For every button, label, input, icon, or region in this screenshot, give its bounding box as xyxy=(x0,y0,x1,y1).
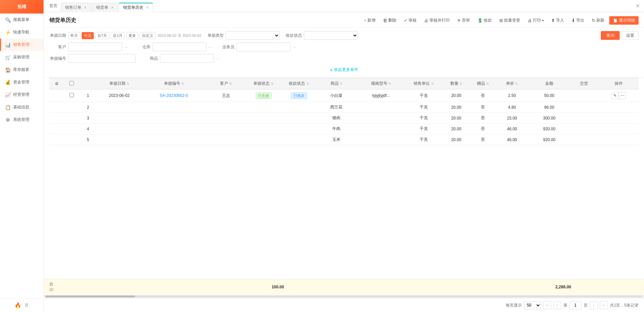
sidebar-item-system-label: 系统管理 xyxy=(13,117,29,123)
audit-print-button[interactable]: 🖨 审核并打印 xyxy=(421,16,452,25)
date-yesterday-btn[interactable]: 昨天 xyxy=(68,32,80,39)
op-edit-btn[interactable]: ✎ xyxy=(611,92,619,99)
sidebar-pause-btn[interactable]: ⏸ xyxy=(24,302,29,309)
audit-button[interactable]: ✓ 审核 xyxy=(401,16,419,25)
page-next-btn[interactable]: ⟩ xyxy=(590,301,598,309)
sidebar-item-finance[interactable]: 💰 资金管理 xyxy=(0,76,44,88)
date-custom-btn[interactable]: 自定义 xyxy=(140,32,156,39)
row-date-cell: 2023-06-02 xyxy=(97,89,141,102)
row-spec-cell xyxy=(356,102,406,113)
unit-sort-icon: ⇅ xyxy=(431,82,434,85)
op-more-btn[interactable]: ⋯ xyxy=(619,92,626,99)
col-spec[interactable]: 规格型号 ⇅ xyxy=(356,78,406,89)
set-button[interactable]: 设置 xyxy=(622,31,639,40)
sn-input[interactable] xyxy=(68,54,136,63)
scrollbar-thumb[interactable] xyxy=(45,295,135,297)
query-button[interactable]: 查询 xyxy=(601,31,620,40)
pay-status-badge: 已收款 xyxy=(291,93,307,99)
date-more-btn[interactable]: 更多 xyxy=(126,32,138,39)
sidebar-item-quick[interactable]: ⚡ 快捷导航 xyxy=(0,26,44,38)
select-all-checkbox[interactable] xyxy=(69,81,74,85)
tab-sales-order-close[interactable]: ✕ xyxy=(84,6,87,9)
finance-icon: 💰 xyxy=(5,80,10,85)
page-size-label: 每页显示 xyxy=(506,303,522,308)
page-first-btn[interactable]: ⟨⟨ xyxy=(543,301,551,309)
horizontal-scrollbar[interactable] xyxy=(44,295,644,298)
row-pay-status-cell xyxy=(281,113,317,124)
show-detail-button[interactable]: 📋 显示明细 xyxy=(609,16,639,25)
sidebar-item-sales[interactable]: 📊 销售管理 xyxy=(0,38,44,51)
refresh-button[interactable]: ↻ 刷新 xyxy=(589,16,607,25)
col-pay-status[interactable]: 收款状态 ⇅ xyxy=(281,78,317,89)
print-button[interactable]: 🖨 打印 ▾ xyxy=(525,16,547,25)
salesperson-input[interactable] xyxy=(236,43,290,51)
tab-bar-close-btn[interactable]: ✕ xyxy=(636,3,640,9)
row-gift-cell: 否 xyxy=(471,134,495,145)
col-num xyxy=(79,78,97,89)
col-date[interactable]: 单据日期 ⇅ xyxy=(97,78,141,89)
sidebar-item-operation[interactable]: 📈 经营管理 xyxy=(0,88,44,101)
row-checkbox[interactable] xyxy=(69,93,74,97)
filter-collapse-btn[interactable]: ∧ 收起更多条件 xyxy=(49,66,639,74)
tab-sales-history-close[interactable]: ✕ xyxy=(146,6,149,9)
sn-link[interactable]: SA-20230602-0 xyxy=(160,93,188,98)
date-1month-btn[interactable]: 近1月 xyxy=(111,32,125,39)
sn-sort-icon: ⇅ xyxy=(181,82,184,85)
goods-ellipsis-btn[interactable]: ··· xyxy=(216,56,220,61)
col-price[interactable]: 单价 ⇅ xyxy=(495,78,529,89)
toolbar: + 新增 🗑 删除 ✓ 审核 🖨 审核并打印 ✕ 弃审 xyxy=(361,16,639,25)
tab-sales-history[interactable]: 销货单历史 ✕ xyxy=(119,3,153,12)
col-sn[interactable]: 单据编号 ⇅ xyxy=(142,78,206,89)
col-qty[interactable]: 数量 ⇅ xyxy=(441,78,471,89)
col-client[interactable]: 客户 ⇅ xyxy=(206,78,246,89)
purchase-icon: 🛒 xyxy=(5,55,10,60)
add-button[interactable]: + 新增 xyxy=(361,16,378,25)
row-pay-status-cell xyxy=(281,102,317,113)
tab-sales-delivery[interactable]: 销货单 ✕ xyxy=(92,3,118,12)
paystatus-select[interactable] xyxy=(304,31,358,40)
delete-icon: 🗑 xyxy=(383,18,387,23)
row-goods-cell: 玉米 xyxy=(317,134,357,145)
goods-label: 商品 xyxy=(141,56,158,61)
page-input[interactable] xyxy=(569,301,582,309)
col-gift[interactable]: 赠品 ⇅ xyxy=(471,78,495,89)
sidebar-fire-btn[interactable]: 🔥 xyxy=(15,302,21,309)
col-unit-label: 销售单位 xyxy=(414,81,430,86)
row-gift-cell: 否 xyxy=(471,113,495,124)
col-goods[interactable]: 商品 ⇅ xyxy=(317,78,357,89)
col-doc-status[interactable]: 单据状态 ⇅ xyxy=(246,78,281,89)
goods-input[interactable] xyxy=(160,54,214,63)
warehouse-input[interactable] xyxy=(152,43,206,51)
page-size-select[interactable]: 50 100 200 xyxy=(524,301,541,309)
col-settings[interactable]: ⚙ xyxy=(49,78,64,89)
doctype-select[interactable] xyxy=(226,31,280,40)
col-unit[interactable]: 销售单位 ⇅ xyxy=(406,78,441,89)
sidebar-item-basic[interactable]: 📋 基础信息 xyxy=(0,101,44,113)
filter-sn-group: 单据编号 xyxy=(49,54,136,63)
row-op-cell xyxy=(599,113,639,124)
sidebar-item-system[interactable]: ⚙ 系统管理 xyxy=(0,113,44,126)
warehouse-ellipsis-btn[interactable]: ··· xyxy=(208,44,213,50)
tab-sales-order[interactable]: 销售订单 ✕ xyxy=(61,3,91,12)
import-button[interactable]: ⬆ 导入 xyxy=(549,16,567,25)
date-7days-btn[interactable]: 近7天 xyxy=(95,32,109,39)
batch-change-button[interactable]: ⊞ 批量变更 xyxy=(497,16,523,25)
salesperson-ellipsis-btn[interactable]: ··· xyxy=(292,44,297,50)
import-label: 导入 xyxy=(556,18,564,23)
sidebar-item-purchase-label: 采购管理 xyxy=(13,54,29,60)
abandon-button[interactable]: ✕ 弃审 xyxy=(454,16,473,25)
page-last-btn[interactable]: ⟩⟩ xyxy=(600,301,608,309)
page-prev-btn[interactable]: ⟨ xyxy=(553,301,561,309)
tab-home[interactable]: 首页 xyxy=(47,3,60,9)
sidebar-item-purchase[interactable]: 🛒 采购管理 xyxy=(0,51,44,63)
export-button[interactable]: ⬇ 导出 xyxy=(569,16,587,25)
sidebar-item-inventory[interactable]: 🏠 库存核算 xyxy=(0,63,44,76)
tab-sales-delivery-close[interactable]: ✕ xyxy=(111,6,114,9)
client-input[interactable] xyxy=(68,43,122,51)
client-ellipsis-btn[interactable]: ··· xyxy=(124,44,128,50)
date-today-btn[interactable]: 今天 xyxy=(82,32,94,39)
audit-print-icon: 🖨 xyxy=(424,18,428,23)
collect-button[interactable]: 💲 收款 xyxy=(475,16,495,25)
sidebar-item-search[interactable]: 🔍 搜索菜单 xyxy=(0,14,44,26)
delete-button[interactable]: 🗑 删除 xyxy=(380,16,399,25)
